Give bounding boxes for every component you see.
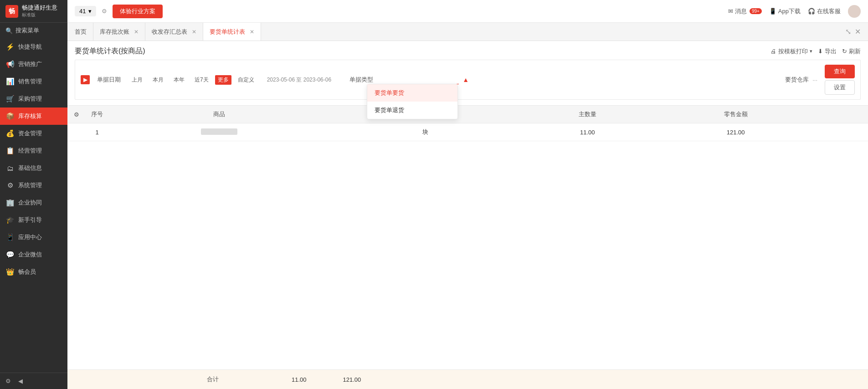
col-header-product: 商品 [108, 106, 330, 123]
date-7days-btn[interactable]: 近7天 [191, 75, 212, 85]
search-icon: 🔍 [5, 27, 13, 34]
sidebar-item-sales[interactable]: 📊销售管理 [0, 73, 67, 90]
nav-icon-finance: 💰 [5, 129, 15, 138]
topbar: 41 ▾ ⚙ 体验行业方案 ✉ 消息 99+ 📱 App下载 🎧 在线客服 [67, 0, 868, 23]
date-range-display: 2023-05-06 至 2023-06-06 [267, 76, 331, 84]
sidebar-item-quick-nav[interactable]: ⚡快捷导航 [0, 38, 67, 56]
row-extra [817, 123, 868, 141]
trial-button[interactable]: 体验行业方案 [113, 5, 163, 18]
date-more-btn[interactable]: 更多 [215, 75, 231, 85]
sidebar-item-enterprise[interactable]: 🏢企业协同 [0, 194, 67, 211]
type-input[interactable] [377, 75, 459, 84]
nav-label-inventory: 库存核算 [18, 112, 42, 120]
sidebar-item-guide[interactable]: 🎓新手引导 [0, 211, 67, 229]
search-menu[interactable]: 🔍 搜索菜单 [0, 23, 67, 38]
nav-label-guide: 新手引导 [18, 216, 42, 224]
page-header: 要货单统计表(按商品) 🖨 按模板打印 ▾ ⬇ 导出 ↻ 刷新 [67, 41, 868, 60]
type-label: 单据类型 [349, 76, 373, 84]
collapse-icon[interactable]: ◀ [18, 378, 23, 384]
row-num: 1 [86, 123, 108, 141]
company-selector[interactable]: 41 ▾ [75, 6, 96, 16]
col-header-empty [817, 106, 868, 123]
nav-label-appstore: 应用中心 [18, 233, 42, 241]
nav-icon-marketing: 📢 [5, 60, 15, 68]
nav-label-quick-nav: 快捷导航 [18, 43, 42, 51]
sidebar-item-wechat[interactable]: 💬企业微信 [0, 246, 67, 263]
sidebar-item-finance[interactable]: 💰资金管理 [0, 125, 67, 142]
logo-text: 畅捷通好生意 标准版 [22, 4, 57, 18]
col-header-amount: 零售金额 [655, 106, 817, 123]
refresh-icon: ↻ [842, 48, 847, 55]
date-custom-btn[interactable]: 自定义 [234, 75, 258, 85]
tab-order-stats[interactable]: 要货单统计表✕ [203, 23, 261, 41]
date-last-month-btn[interactable]: 上月 [128, 75, 146, 85]
col-header-settings[interactable]: ⚙ [67, 106, 86, 123]
nav-icon-wechat: 💬 [5, 251, 15, 259]
tab-close-order-stats[interactable]: ✕ [250, 29, 254, 35]
export-btn[interactable]: ⬇ 导出 [818, 47, 837, 56]
tab-receivables-summary[interactable]: 收发存汇总表✕ [145, 23, 203, 41]
sidebar-item-marketing[interactable]: 📢营销推广 [0, 56, 67, 73]
filter-settings-button[interactable]: 设置 [825, 80, 855, 95]
sidebar-item-appstore[interactable]: 📱应用中心 [0, 229, 67, 246]
nav-label-sales: 销售管理 [18, 77, 42, 86]
nav-icon-vip: 👑 [5, 268, 15, 276]
col-header-qty: 主数量 [520, 106, 655, 123]
sidebar-item-purchase[interactable]: 🛒采购管理 [0, 90, 67, 107]
refresh-btn[interactable]: ↻ 刷新 [842, 47, 861, 56]
messages-btn[interactable]: ✉ 消息 99+ [728, 7, 762, 15]
dropdown-item-order[interactable]: 要货单要货 [367, 84, 457, 102]
avatar[interactable] [848, 5, 861, 18]
tab-label-home: 首页 [75, 28, 87, 36]
filter-toggle-btn[interactable]: ▶ [81, 75, 90, 84]
date-this-month-btn[interactable]: 本月 [149, 75, 167, 85]
filter-warehouse-section: 要货仓库 ··· [785, 76, 817, 84]
logo-icon: 畅 [5, 5, 18, 18]
tab-close-all-icon[interactable]: ✕ [855, 27, 861, 36]
sidebar-item-vip[interactable]: 👑畅会员 [0, 263, 67, 281]
tab-label-inventory-batch: 库存批次账 [100, 28, 129, 36]
tab-expand-icon[interactable]: ⤡ [845, 27, 851, 36]
sidebar-logo: 畅 畅捷通好生意 标准版 [0, 0, 67, 23]
tab-inventory-batch[interactable]: 库存批次账✕ [93, 23, 145, 41]
page-actions: 🖨 按模板打印 ▾ ⬇ 导出 ↻ 刷新 [770, 47, 861, 56]
nav-label-marketing: 营销推广 [18, 60, 42, 68]
nav-label-wechat: 企业微信 [18, 251, 42, 259]
row-product [108, 123, 330, 141]
sidebar-item-operation[interactable]: 📋经营管理 [0, 142, 67, 159]
nav-icon-operation: 📋 [5, 147, 15, 155]
nav-icon-guide: 🎓 [5, 216, 15, 224]
warehouse-more-icon[interactable]: ··· [812, 77, 817, 83]
nav-icon-system: ⚙ [5, 181, 15, 189]
sidebar-item-inventory[interactable]: 📦库存核算 [0, 107, 67, 125]
sidebar-nav: ⚡快捷导航📢营销推广📊销售管理🛒采购管理📦库存核算💰资金管理📋经营管理🗂基础信息… [0, 38, 67, 373]
tab-label-receivables-summary: 收发存汇总表 [152, 28, 187, 36]
footer-total-amount: 121.00 [343, 376, 361, 383]
topbar-left: 41 ▾ ⚙ 体验行业方案 [75, 5, 163, 18]
date-shortcuts: 上月 本月 本年 近7天 更多 自定义 [128, 75, 258, 85]
dropdown-item-return[interactable]: 要货单退货 [367, 102, 457, 119]
app-download-btn[interactable]: 📱 App下载 [769, 7, 801, 15]
sidebar-item-system[interactable]: ⚙系统管理 [0, 177, 67, 194]
date-this-year-btn[interactable]: 本年 [170, 75, 188, 85]
export-icon: ⬇ [818, 48, 823, 55]
nav-label-basic: 基础信息 [18, 164, 42, 172]
main-content: 41 ▾ ⚙ 体验行业方案 ✉ 消息 99+ 📱 App下载 🎧 在线客服 [67, 0, 868, 389]
nav-icon-enterprise: 🏢 [5, 199, 15, 207]
sidebar-item-basic[interactable]: 🗂基础信息 [0, 159, 67, 177]
filter-buttons: 查询 设置 [825, 65, 855, 95]
nav-label-enterprise: 企业协同 [18, 199, 42, 207]
tab-close-inventory-batch[interactable]: ✕ [134, 29, 139, 35]
tab-home[interactable]: 首页 [75, 23, 93, 41]
print-btn[interactable]: 🖨 按模板打印 ▾ [770, 47, 812, 56]
service-btn[interactable]: 🎧 在线客服 [808, 7, 841, 15]
settings-icon[interactable]: ⚙ [5, 378, 11, 384]
tab-close-receivables-summary[interactable]: ✕ [192, 29, 196, 35]
query-button[interactable]: 查询 [825, 65, 855, 78]
type-dropdown-open-icon[interactable]: ▲ [462, 76, 469, 83]
table-footer: 合计 11.00 121.00 [67, 369, 868, 389]
nav-icon-quick-nav: ⚡ [5, 43, 15, 51]
topbar-gear-icon[interactable]: ⚙ [102, 8, 107, 15]
row-qty: 11.00 [520, 123, 655, 141]
print-icon: 🖨 [770, 48, 776, 55]
